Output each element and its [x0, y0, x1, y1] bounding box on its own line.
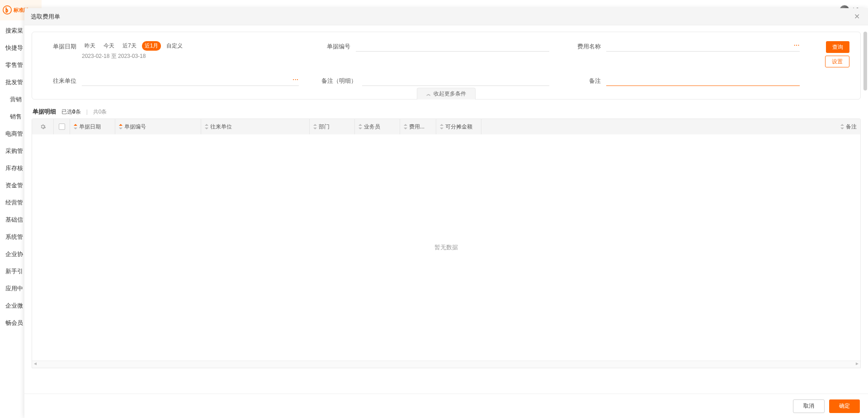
date-quick-chips: 昨天 今天 近7天 近1月 自定义: [82, 41, 299, 51]
filter-remark-detail-label: 备注（明细）: [317, 76, 362, 86]
fee-name-input[interactable]: [606, 41, 800, 52]
select-all-checkbox[interactable]: [54, 119, 70, 134]
partner-picker-icon[interactable]: ···: [293, 76, 299, 83]
date-range-text: 2023-02-18 至 2023-03-18: [82, 52, 299, 60]
filter-partner-label: 往来单位: [43, 76, 82, 86]
filter-remark-label: 备注: [567, 76, 606, 86]
col-remark[interactable]: 备注: [481, 119, 860, 134]
col-partner[interactable]: 往来单位: [201, 119, 310, 134]
col-date[interactable]: 单据日期: [70, 119, 115, 134]
chevron-up-icon: [426, 90, 431, 97]
doc-no-input[interactable]: [356, 41, 549, 52]
col-dept[interactable]: 部门: [310, 119, 355, 134]
collapse-filters-toggle[interactable]: 收起更多条件: [417, 88, 476, 100]
horizontal-scrollbar[interactable]: [32, 361, 860, 368]
col-docno-label: 单据编号: [124, 123, 146, 131]
col-clerk[interactable]: 业务员: [355, 119, 400, 134]
collapse-text: 收起更多条件: [434, 90, 466, 98]
col-fee-label: 费用...: [409, 123, 425, 131]
remark-input[interactable]: [606, 76, 800, 86]
filter-date-label: 单据日期: [43, 41, 82, 52]
column-settings-button[interactable]: [32, 119, 54, 134]
sort-icon: [840, 124, 844, 129]
col-alloc-amount[interactable]: 可分摊金额: [436, 119, 481, 134]
gear-icon: [40, 124, 46, 130]
checkbox-icon: [59, 124, 65, 130]
query-button[interactable]: 查询: [826, 41, 849, 53]
filter-feename-label: 费用名称: [567, 41, 606, 52]
vertical-scrollbar[interactable]: [863, 32, 867, 394]
sort-icon: [119, 124, 123, 129]
col-dept-label: 部门: [319, 123, 330, 131]
selected-count: 已选0条: [61, 108, 81, 116]
modal-footer: 取消 确定: [24, 394, 868, 418]
partner-input[interactable]: [82, 76, 299, 86]
selected-prefix: 已选: [61, 109, 72, 115]
sort-icon: [440, 124, 443, 129]
fee-name-picker-icon[interactable]: ···: [794, 42, 800, 48]
date-chip-custom[interactable]: 自定义: [164, 41, 185, 51]
sort-icon: [404, 124, 407, 129]
date-chip-yesterday[interactable]: 昨天: [82, 41, 98, 51]
close-icon[interactable]: ✕: [852, 12, 862, 22]
section-header: 单据明细 已选0条 | 共0条: [32, 108, 861, 116]
col-clerk-label: 业务员: [364, 123, 380, 131]
selected-suffix: 条: [75, 109, 81, 115]
select-fee-bill-modal: 选取费用单 ✕ 单据日期 昨天 今天 近7天 近1月 自定义: [24, 8, 868, 418]
col-remark-label: 备注: [846, 123, 857, 131]
sort-icon: [359, 124, 362, 129]
table-header-row: 单据日期 单据编号 往来单位 部门 业务员: [32, 119, 860, 134]
col-partner-label: 往来单位: [210, 123, 232, 131]
cancel-button[interactable]: 取消: [793, 399, 825, 413]
filter-docno-label: 单据编号: [317, 41, 356, 52]
modal-body: 单据日期 昨天 今天 近7天 近1月 自定义 2023-02-18 至 2023…: [24, 25, 868, 394]
col-fee[interactable]: 费用...: [400, 119, 436, 134]
date-chip-today[interactable]: 今天: [101, 41, 117, 51]
sort-icon: [205, 124, 208, 129]
col-date-label: 单据日期: [79, 123, 101, 131]
filter-panel: 单据日期 昨天 今天 近7天 近1月 自定义 2023-02-18 至 2023…: [32, 32, 861, 100]
empty-state: 暂无数据: [32, 134, 860, 361]
results-table: 单据日期 单据编号 往来单位 部门 业务员: [32, 119, 861, 368]
empty-text: 暂无数据: [434, 243, 458, 252]
section-title: 单据明细: [33, 108, 56, 116]
remark-detail-input[interactable]: [362, 76, 549, 86]
selected-number: 0: [72, 109, 75, 115]
date-chip-7days[interactable]: 近7天: [120, 41, 139, 51]
separator: |: [86, 109, 88, 115]
modal-header: 选取费用单 ✕: [24, 8, 868, 25]
confirm-button[interactable]: 确定: [829, 399, 860, 413]
settings-button[interactable]: 设置: [825, 56, 849, 67]
sort-icon: [313, 124, 317, 129]
sort-icon: [74, 124, 77, 129]
scroll-thumb[interactable]: [863, 32, 867, 90]
modal-title: 选取费用单: [31, 13, 60, 21]
col-docno[interactable]: 单据编号: [115, 119, 201, 134]
date-chip-1month[interactable]: 近1月: [142, 41, 161, 51]
total-count: 共0条: [93, 108, 107, 116]
col-alloc-label: 可分摊金额: [445, 123, 472, 131]
